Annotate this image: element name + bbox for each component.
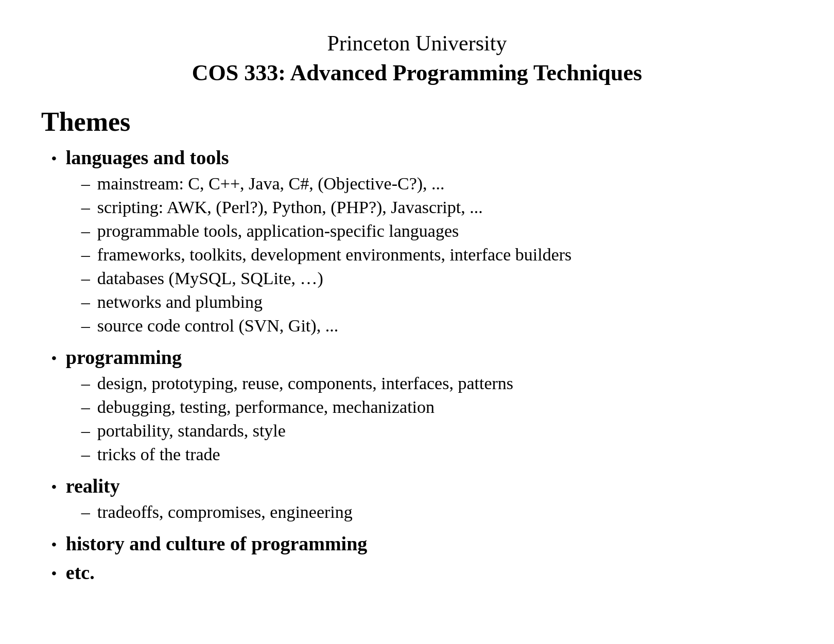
dash-icon: – (81, 174, 90, 194)
themes-heading: Themes (41, 107, 793, 137)
bullet-icon: • (51, 479, 57, 495)
main-list-item: •etc. (51, 561, 793, 584)
main-item-label: programming (66, 346, 513, 369)
dash-icon: – (81, 445, 90, 464)
sub-list-item: –tradeoffs, compromises, engineering (81, 502, 353, 522)
sub-item-text: scripting: AWK, (Perl?), Python, (PHP?),… (97, 198, 483, 217)
sub-item-text: mainstream: C, C++, Java, C#, (Objective… (97, 174, 445, 194)
main-item-label: history and culture of programming (66, 532, 368, 555)
sub-item-text: source code control (SVN, Git), ... (97, 316, 338, 336)
main-item-label: languages and tools (66, 146, 572, 169)
main-list-item: •programming–design, prototyping, reuse,… (51, 346, 793, 468)
sub-list-item: –frameworks, toolkits, development envir… (81, 245, 572, 265)
main-list-item: •reality–tradeoffs, compromises, enginee… (51, 475, 793, 526)
sub-list-item: –portability, standards, style (81, 421, 513, 441)
dash-icon: – (81, 269, 90, 288)
dash-icon: – (81, 221, 90, 241)
sub-list-item: –programmable tools, application-specifi… (81, 221, 572, 241)
sub-topics-list: –tradeoffs, compromises, engineering (66, 502, 353, 526)
sub-list-item: –scripting: AWK, (Perl?), Python, (PHP?)… (81, 198, 572, 217)
dash-icon: – (81, 397, 90, 417)
sub-list-item: –databases (MySQL, SQLite, …) (81, 269, 572, 288)
dash-icon: – (81, 374, 90, 393)
main-list-item: •languages and tools–mainstream: C, C++,… (51, 146, 793, 340)
sub-topics-list: –mainstream: C, C++, Java, C#, (Objectiv… (66, 174, 572, 340)
sub-list-item: –tricks of the trade (81, 445, 513, 464)
bullet-icon: • (51, 150, 57, 167)
sub-item-text: networks and plumbing (97, 292, 263, 312)
main-item-label: etc. (66, 561, 95, 584)
sub-item-text: debugging, testing, performance, mechani… (97, 397, 435, 417)
sub-list-item: –source code control (SVN, Git), ... (81, 316, 572, 336)
sub-item-text: tricks of the trade (97, 445, 220, 464)
page-header: Princeton University COS 333: Advanced P… (41, 21, 793, 86)
main-topics-list: •languages and tools–mainstream: C, C++,… (41, 146, 793, 584)
sub-item-text: databases (MySQL, SQLite, …) (97, 269, 323, 288)
sub-item-text: tradeoffs, compromises, engineering (97, 502, 353, 522)
bullet-icon: • (51, 565, 57, 582)
dash-icon: – (81, 502, 90, 522)
sub-list-item: –debugging, testing, performance, mechan… (81, 397, 513, 417)
sub-item-text: programmable tools, application-specific… (97, 221, 459, 241)
sub-list-item: –mainstream: C, C++, Java, C#, (Objectiv… (81, 174, 572, 194)
dash-icon: – (81, 198, 90, 217)
dash-icon: – (81, 316, 90, 336)
sub-item-text: portability, standards, style (97, 421, 286, 441)
main-item-label: reality (66, 475, 353, 497)
themes-section: Themes •languages and tools–mainstream: … (41, 107, 793, 584)
sub-item-text: design, prototyping, reuse, components, … (97, 374, 513, 393)
sub-list-item: –networks and plumbing (81, 292, 572, 312)
course-title: COS 333: Advanced Programming Techniques (41, 60, 793, 86)
bullet-icon: • (51, 536, 57, 553)
dash-icon: – (81, 245, 90, 265)
bullet-icon: • (51, 350, 57, 367)
main-list-item: •history and culture of programming (51, 532, 793, 555)
sub-topics-list: –design, prototyping, reuse, components,… (66, 374, 513, 468)
university-title: Princeton University (41, 31, 793, 56)
dash-icon: – (81, 421, 90, 441)
sub-item-text: frameworks, toolkits, development enviro… (97, 245, 572, 265)
dash-icon: – (81, 292, 90, 312)
sub-list-item: –design, prototyping, reuse, components,… (81, 374, 513, 393)
